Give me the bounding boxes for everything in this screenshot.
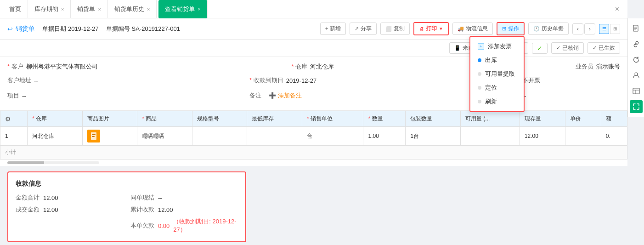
- payment-box: 收款信息 金额合计 12.00 同单现结 -- 成交金额 12.00 累计收款 …: [7, 171, 246, 242]
- sidebar-table-icon[interactable]: [630, 85, 643, 97]
- available-pickup-item[interactable]: 可用量提取: [470, 67, 524, 81]
- copy-button[interactable]: ⬜ 复制: [380, 23, 410, 35]
- refresh-dot: [478, 100, 481, 103]
- prev-arrow[interactable]: ‹: [572, 23, 583, 34]
- tab-view-close[interactable]: ×: [198, 6, 200, 12]
- th-amount: 额: [601, 111, 627, 127]
- customer-value: 柳州粤港平安气体有限公司: [26, 63, 98, 71]
- tab-inventory[interactable]: 库存期初 ×: [28, 0, 71, 18]
- settings-icon: ⚙: [5, 115, 11, 123]
- operation-dropdown-wrapper: ⊞ 操作 + 添加发票 出库 可用量提取: [497, 22, 525, 35]
- history-button[interactable]: 🕐 历史单据: [528, 23, 569, 35]
- svg-point-7: [635, 73, 638, 75]
- logistics-button[interactable]: 🚚 物流信息: [452, 23, 493, 35]
- tab-sales-history[interactable]: 销货单历史 ×: [108, 0, 157, 18]
- warehouse-value: 河北仓库: [310, 63, 334, 71]
- sidebar-link-icon[interactable]: [630, 38, 643, 51]
- locate-dot: [478, 86, 481, 90]
- effect-btn[interactable]: ✓ 已生效: [588, 42, 620, 54]
- add-invoice-icon: +: [478, 43, 484, 50]
- operation-button[interactable]: ⊞ 操作: [497, 22, 525, 35]
- project-label: 项目: [7, 91, 19, 100]
- amount-total-label: 金额合计: [16, 194, 40, 202]
- form-row-3: 项目 -- 备注 ➕ 添加备注 业务员盂 --: [7, 90, 620, 101]
- sidebar-refresh-icon[interactable]: [630, 53, 643, 66]
- this-order-due-label: 本单欠款: [130, 222, 154, 230]
- refresh-item[interactable]: 刷新: [470, 95, 524, 108]
- th-warehouse: 仓库: [27, 111, 82, 127]
- transaction-label: 成交金额: [16, 205, 40, 214]
- scroll-indicator[interactable]: [7, 161, 99, 164]
- transaction-value: 12.00: [43, 206, 58, 213]
- tab-view-sales[interactable]: 查看销货单 ×: [158, 0, 207, 18]
- right-sidebar: [627, 18, 644, 117]
- cell-warehouse: 河北仓库: [27, 127, 82, 146]
- product-table-wrapper: ⚙ 仓库 商品图片 商品 规格型号 最低库存 销售单位 数量 包装数量 可用量 …: [0, 111, 627, 166]
- tab-sales[interactable]: 销货单 ×: [71, 0, 107, 18]
- grid-view-btn[interactable]: ⊞: [610, 24, 620, 34]
- next-arrow[interactable]: ›: [584, 23, 595, 34]
- locate-item[interactable]: 定位: [470, 81, 524, 95]
- note-label: 备注: [249, 91, 261, 100]
- table-row: 1 河北仓库 嗝嗝嗝嗝 台: [0, 127, 627, 146]
- subtotal-row: 小计: [0, 146, 627, 160]
- address-field: 客户地址 --: [7, 76, 136, 85]
- cell-spec: [192, 127, 247, 146]
- product-table: ⚙ 仓库 商品图片 商品 规格型号 最低库存 销售单位 数量 包装数量 可用量 …: [0, 111, 627, 160]
- out-warehouse-item[interactable]: 出库: [470, 53, 524, 67]
- this-order-due-row: 本单欠款 0.00 （收款到期日: 2019-12-27）: [130, 217, 238, 234]
- list-view-btn[interactable]: ☰: [599, 24, 609, 34]
- doc-icon: ↩: [7, 25, 13, 33]
- same-order-value: --: [158, 194, 162, 201]
- out-warehouse-dot: [478, 58, 481, 62]
- table-header-row: ⚙ 仓库 商品图片 商品 规格型号 最低库存 销售单位 数量 包装数量 可用量 …: [0, 111, 627, 127]
- th-sales-unit: 销售单位: [302, 111, 363, 127]
- staff-field: 业务员 演示账号: [576, 63, 620, 71]
- tab-home[interactable]: 首页: [5, 0, 28, 18]
- sidebar-expand-icon[interactable]: [630, 100, 643, 113]
- add-note-btn[interactable]: ➕ 添加备注: [264, 90, 306, 101]
- sold-btn[interactable]: ✓ 已核销: [551, 42, 584, 54]
- project-field: 项目 --: [7, 91, 136, 100]
- cell-sales-unit: 台: [302, 127, 363, 146]
- svg-rect-1: [92, 134, 96, 135]
- tab-history-close[interactable]: ×: [147, 6, 150, 12]
- confirm-btn[interactable]: ✓: [532, 43, 548, 54]
- payment-title: 收款信息: [16, 180, 238, 188]
- print-button[interactable]: 🖨 打印 ▼: [413, 22, 449, 35]
- due-date-label: 收款到期日: [249, 76, 283, 85]
- product-img-thumb: [87, 130, 100, 142]
- check-icon: ✓: [537, 45, 542, 52]
- ticket-type-value: 不开票: [522, 76, 540, 85]
- this-order-due-value: 0.00: [158, 222, 169, 229]
- subtotal-label: 小计: [0, 146, 627, 160]
- due-date-field: 收款到期日 2019-12-27: [249, 76, 378, 85]
- warehouse-label: 仓库: [292, 63, 308, 71]
- customer-label: 客户: [7, 63, 23, 71]
- cell-stock: 12.00: [520, 127, 565, 146]
- new-button[interactable]: + 新增: [320, 23, 346, 35]
- sidebar-doc-icon[interactable]: [630, 22, 643, 35]
- cell-min-stock: [247, 127, 302, 146]
- tab-inventory-close[interactable]: ×: [61, 6, 64, 12]
- add-invoice-item[interactable]: + 添加发票: [470, 40, 524, 53]
- th-product: 商品: [137, 111, 192, 127]
- form-row-1: 客户 柳州粤港平安气体有限公司 仓库 河北仓库 业务员 演示账号: [7, 63, 620, 71]
- cell-row-num: 1: [0, 127, 28, 146]
- th-stock: 现存量: [520, 111, 565, 127]
- cumulative-label: 累计收款: [130, 205, 154, 214]
- payment-grid: 金额合计 12.00 同单现结 -- 成交金额 12.00 累计收款 12.00…: [16, 194, 238, 234]
- doc-header: ↩ 销货单 单据日期 2019-12-27 单据编号 SA-20191227-0…: [0, 18, 627, 40]
- doc-date-meta: 单据日期 2019-12-27: [42, 25, 99, 33]
- tab-bar: 首页 库存期初 × 销货单 × 销货单历史 × 查看销货单 × ×: [0, 0, 627, 18]
- sidebar-user-icon[interactable]: [630, 69, 643, 82]
- window-close[interactable]: ×: [611, 5, 623, 13]
- share-button[interactable]: ↗ 分享: [350, 23, 377, 35]
- cell-product-img: [82, 127, 137, 146]
- due-date-value: 2019-12-27: [286, 77, 317, 84]
- address-value: --: [34, 77, 38, 84]
- cell-available: [461, 127, 520, 146]
- cell-amount: 0.: [601, 127, 627, 146]
- tab-sales-close[interactable]: ×: [98, 6, 101, 12]
- th-spec: 规格型号: [192, 111, 247, 127]
